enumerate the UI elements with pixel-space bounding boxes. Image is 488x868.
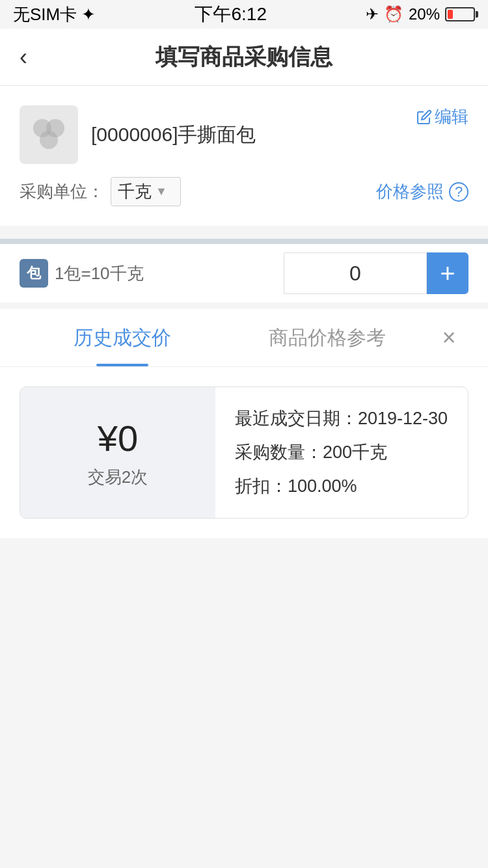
page-title: 填写商品采购信息 [156,42,332,72]
price-discount-row: 折扣：100.00% [235,474,448,499]
price-card-right: 最近成交日期：2019-12-30 采购数量：200千克 折扣：100.00% [215,387,468,518]
tab-bar: 历史成交价 商品价格参考 × [0,309,488,367]
quantity-controls: 0 + [284,252,468,294]
location-icon: ✈ [366,5,379,23]
nav-bar: ‹ 填写商品采购信息 [0,29,488,86]
carrier-text: 无SIM卡 ✦ [13,3,96,26]
quantity-unit-icon-label: 包 [27,264,41,283]
price-recent-date-value: 2019-12-30 [358,409,448,428]
product-header: [0000006]手撕面包 编辑 [20,105,468,164]
edit-icon [416,109,432,125]
divider-bar [0,239,488,244]
plus-icon: + [440,260,455,286]
quantity-unit-icon: 包 [20,259,48,288]
price-quantity-row: 采购数量：200千克 [235,441,448,465]
price-ref-help-icon: ? [449,182,468,202]
battery-fill [448,10,453,19]
tab-history-price[interactable]: 历史成交价 [20,309,224,366]
quantity-row: 包 1包=10千克 0 + [0,244,488,303]
tab-close-button[interactable]: × [429,309,468,366]
tab-section: 历史成交价 商品价格参考 × ¥0 交易2次 最近成交日期：2019-12-30… [0,309,488,538]
battery-percent: 20% [409,5,440,23]
price-times: 交易2次 [88,466,148,489]
price-discount-label: 折扣： [235,476,288,496]
quantity-value: 0 [349,262,361,286]
edit-label: 编辑 [435,105,468,128]
price-amount: ¥0 [98,417,138,459]
price-quantity-value: 200千克 [323,442,387,462]
quantity-unit-equiv: 1包=10千克 [55,262,144,285]
product-name: [0000006]手撕面包 [91,122,256,148]
price-ref-label: 价格参照 [376,180,444,203]
status-bar: 无SIM卡 ✦ 下午6:12 ✈ ⏰ 20% [0,0,488,29]
tab-history-price-label: 历史成交价 [74,325,171,351]
price-recent-date-row: 最近成交日期：2019-12-30 [235,407,448,431]
close-icon: × [442,324,455,351]
quantity-plus-button[interactable]: + [427,252,468,294]
svg-point-2 [40,131,58,149]
price-recent-date-label: 最近成交日期： [235,409,358,428]
unit-select[interactable]: 千克 ▼ [111,177,181,206]
back-button[interactable]: ‹ [20,44,27,71]
battery-icon [445,7,475,21]
unit-value: 千克 [118,180,152,203]
tab-price-ref[interactable]: 商品价格参考 [224,309,429,366]
price-card: ¥0 交易2次 最近成交日期：2019-12-30 采购数量：200千克 折扣：… [20,387,468,519]
edit-button[interactable]: 编辑 [416,105,468,128]
price-quantity-label: 采购数量： [235,442,323,462]
status-left: 无SIM卡 ✦ [13,3,96,26]
unit-chevron-icon: ▼ [156,185,167,198]
price-ref-button[interactable]: 价格参照 ? [376,180,468,203]
tab-price-ref-label: 商品价格参考 [269,325,386,351]
product-bottom: 采购单位： 千克 ▼ 价格参照 ? [20,177,468,206]
product-thumbnail [20,105,78,164]
unit-label: 采购单位： [20,180,104,203]
price-discount-value: 100.00% [288,476,357,496]
history-content: ¥0 交易2次 最近成交日期：2019-12-30 采购数量：200千克 折扣：… [0,367,488,538]
unit-section: 采购单位： 千克 ▼ [20,177,181,206]
quantity-input[interactable]: 0 [284,252,427,294]
status-right: ✈ ⏰ 20% [366,5,475,23]
product-left: [0000006]手撕面包 [20,105,256,164]
price-card-left: ¥0 交易2次 [20,387,215,518]
alarm-icon: ⏰ [384,5,403,23]
product-section: [0000006]手撕面包 编辑 采购单位： 千克 ▼ 价格参照 ? [0,86,488,226]
quantity-label: 包 1包=10千克 [20,259,144,288]
status-time: 下午6:12 [195,2,267,27]
